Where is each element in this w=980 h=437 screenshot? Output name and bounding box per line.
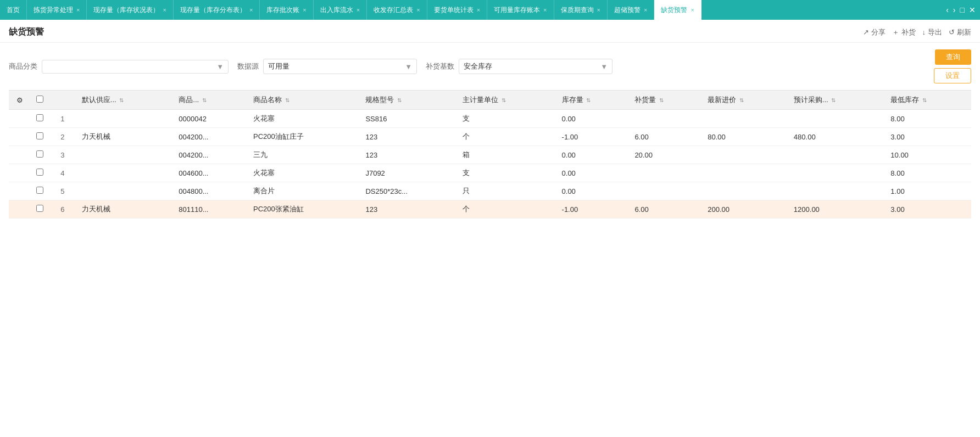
row-spec: 123 <box>360 200 457 218</box>
row-num: 1 <box>49 110 76 128</box>
th-check[interactable] <box>31 91 49 110</box>
tab-item-5[interactable]: 出入库流水× <box>314 0 367 20</box>
th-est-purchase[interactable]: 预计采购... ⇅ <box>788 91 885 110</box>
tab-close-6[interactable]: × <box>416 7 420 13</box>
row-checkbox[interactable] <box>36 205 43 212</box>
tab-nav-buttons: ‹ › □ ✕ <box>942 4 980 15</box>
tab-item-10[interactable]: 超储预警× <box>608 0 654 20</box>
row-gear-cell <box>9 110 31 128</box>
row-checkbox[interactable] <box>36 187 43 194</box>
row-latest_price <box>702 110 788 128</box>
row-gear-cell <box>9 200 31 218</box>
tab-item-9[interactable]: 保质期查询× <box>554 0 608 20</box>
tab-close-10[interactable]: × <box>644 7 647 13</box>
tab-label-10: 超储预警 <box>614 5 641 15</box>
datasource-label: 数据源 <box>237 61 259 71</box>
table-row: 4004600...火花塞J7092支0.008.00 <box>9 164 971 182</box>
row-supplier <box>76 164 173 182</box>
th-unit[interactable]: 主计量单位 ⇅ <box>457 91 556 110</box>
tab-item-2[interactable]: 现存量（库存状况表）× <box>87 0 173 20</box>
th-supplier[interactable]: 默认供应... ⇅ <box>76 91 173 110</box>
tab-close-8[interactable]: × <box>543 7 547 13</box>
row-checkbox[interactable] <box>36 132 43 139</box>
th-gear[interactable]: ⚙ <box>9 91 31 110</box>
row-gear-cell <box>9 128 31 146</box>
replenish-basis-select[interactable]: 安全库存 ▼ <box>459 59 612 74</box>
row-replenish <box>629 182 702 200</box>
replenish-basis-filter-group: 补货基数 安全库存 ▼ <box>426 59 612 74</box>
datasource-arrow-icon: ▼ <box>405 63 412 71</box>
row-est_purchase <box>788 164 885 182</box>
tab-item-6[interactable]: 收发存汇总表× <box>367 0 427 20</box>
row-replenish: 6.00 <box>629 200 702 218</box>
tab-item-8[interactable]: 可用量库存账本× <box>487 0 554 20</box>
row-num: 6 <box>49 200 76 218</box>
filter-action-buttons: 查询 设置 <box>934 49 971 83</box>
row-unit: 个 <box>457 200 556 218</box>
row-checkbox[interactable] <box>36 169 43 176</box>
share-button[interactable]: ↗ 分享 <box>863 27 886 37</box>
row-supplier: 力天机械 <box>76 128 173 146</box>
row-gear-cell <box>9 182 31 200</box>
tab-prev-button[interactable]: ‹ <box>944 4 951 15</box>
est-purchase-sort-icon: ⇅ <box>831 97 836 103</box>
row-supplier <box>76 146 173 164</box>
category-select[interactable]: ▼ <box>42 60 229 74</box>
row-gear-cell <box>9 146 31 164</box>
row-est_purchase <box>788 110 885 128</box>
tab-close-3[interactable]: × <box>249 7 253 13</box>
select-all-checkbox[interactable] <box>36 96 43 103</box>
tab-close-7[interactable]: × <box>477 7 480 13</box>
tab-label-3: 现存量（库存分布表） <box>180 5 246 15</box>
tab-close-2[interactable]: × <box>163 7 166 13</box>
table-row: 5004800...离合片DS250*23c...只0.001.00 <box>9 182 971 200</box>
tab-item-4[interactable]: 库存批次账× <box>260 0 313 20</box>
tab-item-7[interactable]: 要货单统计表× <box>427 0 487 20</box>
tab-next-button[interactable]: › <box>951 4 958 15</box>
export-button[interactable]: ↓ 导出 <box>922 27 943 37</box>
tab-close-4[interactable]: × <box>303 7 306 13</box>
window-restore-button[interactable]: □ <box>958 4 967 15</box>
row-min_stock: 8.00 <box>885 110 971 128</box>
row-spec: 123 <box>360 146 457 164</box>
th-code[interactable]: 商品... ⇅ <box>173 91 248 110</box>
filter-area: 商品分类 ▼ 数据源 可用量 ▼ 补货基数 安全库存 ▼ 查询 设置 <box>0 43 980 90</box>
table-row: 6力天机械801110...PC200张紧油缸123个-1.006.00200.… <box>9 200 971 218</box>
refresh-button[interactable]: ↺ 刷新 <box>949 27 971 37</box>
row-latest_price <box>702 164 788 182</box>
tab-item-0[interactable]: 首页 <box>0 0 27 20</box>
tab-close-5[interactable]: × <box>357 7 360 13</box>
tab-label-4: 库存批次账 <box>266 5 299 15</box>
window-close-button[interactable]: ✕ <box>967 4 978 15</box>
row-num: 4 <box>49 164 76 182</box>
th-replenish[interactable]: 补货量 ⇅ <box>629 91 702 110</box>
replenish-button[interactable]: ＋ 补货 <box>892 27 916 37</box>
row-num: 3 <box>49 146 76 164</box>
tab-close-9[interactable]: × <box>597 7 600 13</box>
tab-item-3[interactable]: 现存量（库存分布表）× <box>174 0 260 20</box>
row-stock: -1.00 <box>556 128 630 146</box>
th-latest-price[interactable]: 最新进价 ⇅ <box>702 91 788 110</box>
tab-close-11[interactable]: × <box>691 7 694 13</box>
row-unit: 箱 <box>457 146 556 164</box>
row-checkbox[interactable] <box>36 150 43 158</box>
row-unit: 个 <box>457 128 556 146</box>
supplier-sort-icon: ⇅ <box>119 97 124 103</box>
row-code: 004200... <box>173 128 248 146</box>
row-num: 5 <box>49 182 76 200</box>
row-replenish: 20.00 <box>629 146 702 164</box>
tab-item-1[interactable]: 拣货异常处理× <box>27 0 87 20</box>
tab-close-1[interactable]: × <box>76 7 80 13</box>
th-min-stock[interactable]: 最低库存 ⇅ <box>885 91 971 110</box>
th-name[interactable]: 商品名称 ⇅ <box>248 91 360 110</box>
settings-button[interactable]: 设置 <box>934 68 971 83</box>
tab-item-11[interactable]: 缺货预警× <box>654 0 701 20</box>
row-checkbox[interactable] <box>36 114 43 121</box>
datasource-select[interactable]: 可用量 ▼ <box>263 59 417 74</box>
replenish-basis-arrow-icon: ▼ <box>600 63 608 71</box>
th-stock[interactable]: 库存量 ⇅ <box>556 91 630 110</box>
th-spec[interactable]: 规格型号 ⇅ <box>360 91 457 110</box>
stock-sort-icon: ⇅ <box>586 97 591 103</box>
datasource-value: 可用量 <box>268 61 289 71</box>
query-button[interactable]: 查询 <box>935 49 971 65</box>
